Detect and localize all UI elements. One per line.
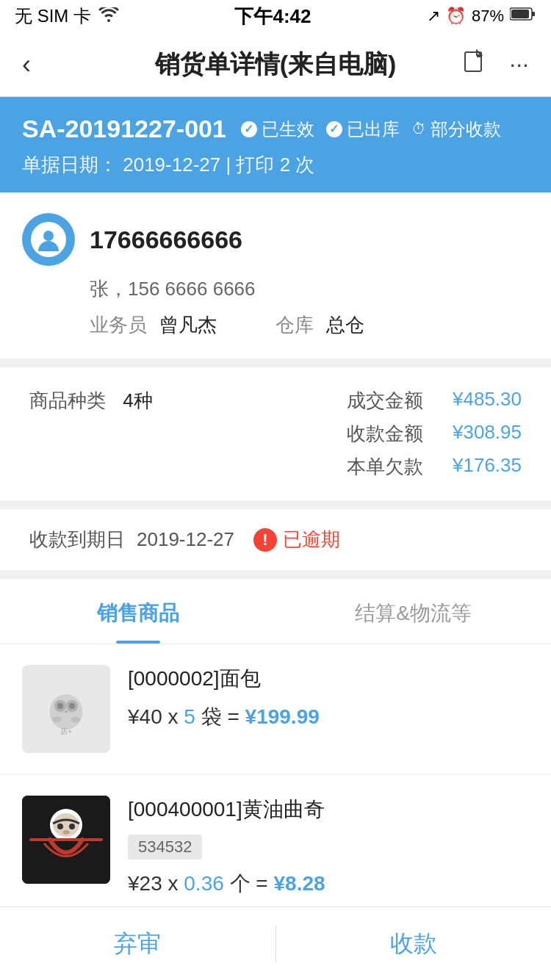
price-total-2: ¥8.28 — [273, 872, 325, 895]
sales-rep-value: 曾凡杰 — [159, 314, 217, 336]
price-unit-2: ¥23 — [128, 872, 162, 895]
page-title: 销货单详情(来自电脑) — [155, 48, 397, 82]
banner-row-order: SA-20191227-001 ✓ 已生效 ✓ 已出库 ⏱ 部分收款 — [22, 115, 529, 143]
svg-rect-20 — [29, 838, 103, 841]
received-row: 收款金额 ¥308.95 — [347, 421, 522, 447]
wifi-icon — [98, 6, 119, 26]
status-bar: 无 SIM 卡 下午4:42 ↗ ⏰ 87% — [0, 0, 551, 32]
price-unit-name-1: 袋 — [201, 705, 222, 728]
customer-id: 17666666666 — [90, 226, 242, 254]
summary-section: 商品种类 4种 成交金额 ¥485.30 收款金额 ¥308.95 本单欠款 ¥… — [0, 367, 551, 509]
svg-point-17 — [57, 824, 63, 829]
back-button[interactable]: ‹ — [15, 42, 38, 87]
price-x-1: x — [168, 705, 184, 728]
debt-row: 本单欠款 ¥176.35 — [347, 454, 522, 480]
discard-review-button[interactable]: 弃审 — [0, 913, 276, 975]
amount-value: ¥485.30 — [453, 388, 522, 414]
price-eq-1: = — [227, 705, 245, 728]
warehouse-value: 总仓 — [326, 314, 364, 336]
location-icon: ↗ — [427, 7, 440, 26]
collect-payment-button[interactable]: 收款 — [276, 913, 552, 975]
due-date-label: 收款到期日 — [29, 527, 125, 552]
debt-label: 本单欠款 — [347, 454, 423, 480]
due-date-section: 收款到期日 2019-12-27 ! 已逾期 — [0, 509, 551, 579]
nav-bar: ‹ 销货单详情(来自电脑) ··· — [0, 32, 551, 97]
product-type-label: 商品种类 — [29, 389, 106, 411]
svg-rect-2 — [511, 10, 529, 18]
banner-row-date: 单据日期： 2019-12-27 | 打印 2 次 — [22, 152, 529, 178]
price-x-2: x — [168, 872, 184, 895]
svg-rect-1 — [532, 12, 535, 16]
order-status-badges: ✓ 已生效 ✓ 已出库 ⏱ 部分收款 — [241, 118, 501, 141]
clock-icon: ⏱ — [411, 120, 426, 137]
tab-sales-products[interactable]: 销售商品 — [0, 579, 276, 644]
sales-rep-group: 业务员 曾凡杰 — [90, 312, 217, 338]
amount-label: 成交金额 — [347, 388, 423, 414]
check-icon-2: ✓ — [326, 121, 342, 137]
price-total-1: ¥199.99 — [245, 705, 320, 728]
more-icon[interactable]: ··· — [509, 51, 529, 78]
price-unit-name-2: 个 — [230, 872, 251, 895]
status-partial-label: 部分收款 — [431, 118, 501, 141]
svg-point-11 — [52, 716, 62, 722]
product-price-2: ¥23 x 0.36 个 = ¥8.28 — [128, 870, 529, 898]
svg-point-18 — [69, 824, 75, 829]
price-qty-1: 5 — [184, 705, 195, 728]
order-date: 2019-12-27 — [123, 154, 220, 176]
overdue-badge: ! 已逾期 — [253, 527, 340, 552]
battery-icon — [510, 7, 536, 26]
customer-section: 17666666666 张，156 6666 6666 业务员 曾凡杰 仓库 总… — [0, 192, 551, 367]
date-label: 单据日期： — [22, 154, 118, 176]
table-row: 店+ [0000002]面包 ¥40 x 5 袋 = ¥199.99 — [0, 644, 551, 774]
order-number: SA-20191227-001 — [22, 115, 226, 143]
customer-meta: 业务员 曾凡杰 仓库 总仓 — [22, 312, 529, 338]
amount-row: 成交金额 ¥485.30 — [347, 388, 522, 414]
avatar — [22, 213, 75, 266]
warehouse-label: 仓库 — [276, 314, 314, 336]
separator: | — [226, 154, 236, 176]
status-right: ↗ ⏰ 87% — [427, 7, 536, 26]
tabs-bar: 销售商品 结算&物流等 — [0, 579, 551, 644]
svg-point-19 — [62, 830, 70, 835]
sales-rep-label: 业务员 — [90, 314, 147, 336]
status-badge-shipped: ✓ 已出库 — [326, 118, 400, 141]
bottom-action-bar: 弃审 收款 — [0, 907, 551, 980]
status-left: 无 SIM 卡 — [15, 4, 119, 28]
product-thumbnail-2 — [22, 796, 110, 884]
product-name-1: [0000002]面包 — [128, 665, 529, 693]
svg-text:店+: 店+ — [60, 727, 72, 735]
tab-sales-products-label: 销售商品 — [97, 602, 179, 624]
svg-point-8 — [57, 703, 63, 709]
received-label: 收款金额 — [347, 421, 423, 447]
status-badge-effected: ✓ 已生效 — [241, 118, 314, 141]
overdue-label: 已逾期 — [283, 527, 340, 552]
product-name-2: [000400001]黄油曲奇 — [128, 796, 529, 824]
price-qty-2: 0.36 — [184, 872, 224, 895]
product-type-group: 商品种类 4种 — [29, 388, 153, 414]
svg-point-12 — [71, 716, 80, 722]
status-effected-label: 已生效 — [262, 118, 314, 141]
status-badge-partial: ⏱ 部分收款 — [411, 118, 501, 141]
customer-contact: 张，156 6666 6666 — [22, 276, 529, 302]
share-icon[interactable] — [462, 49, 487, 80]
price-unit-1: ¥40 — [128, 705, 162, 728]
status-time: 下午4:42 — [234, 4, 311, 29]
due-date-value: 2019-12-27 — [137, 528, 234, 551]
product-info-1: [0000002]面包 ¥40 x 5 袋 = ¥199.99 — [128, 665, 529, 731]
svg-point-9 — [69, 703, 75, 709]
product-price-1: ¥40 x 5 袋 = ¥199.99 — [128, 703, 529, 731]
tab-settlement[interactable]: 结算&物流等 — [276, 579, 551, 644]
price-eq-2: = — [256, 872, 273, 895]
order-header-banner: SA-20191227-001 ✓ 已生效 ✓ 已出库 ⏱ 部分收款 单据日期：… — [0, 97, 551, 192]
status-shipped-label: 已出库 — [347, 118, 400, 141]
user-icon — [31, 222, 66, 257]
tab-settlement-label: 结算&物流等 — [355, 602, 472, 624]
sim-indicator: 无 SIM 卡 — [15, 4, 91, 28]
customer-row: 17666666666 — [22, 213, 529, 266]
debt-value: ¥176.35 — [453, 454, 522, 480]
amount-summary: 成交金额 ¥485.30 收款金额 ¥308.95 本单欠款 ¥176.35 — [347, 388, 522, 480]
overdue-icon: ! — [253, 528, 277, 552]
print-info: 打印 2 次 — [236, 154, 314, 176]
product-badge-2: 534532 — [128, 835, 202, 860]
alarm-icon: ⏰ — [446, 7, 466, 26]
